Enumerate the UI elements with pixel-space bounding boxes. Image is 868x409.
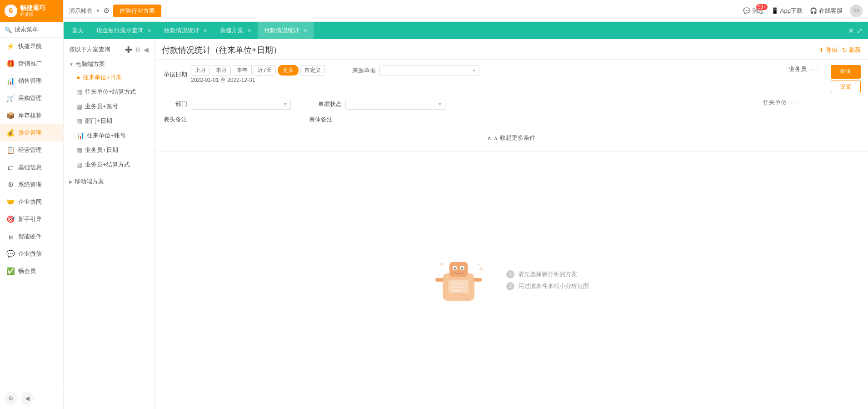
online-service-label: 在线客服	[819, 7, 843, 15]
user-avatar[interactable]: Rit	[850, 5, 863, 17]
voucher-status-select[interactable]: ▾	[345, 99, 445, 110]
tab-bank-flow[interactable]: 现金银行流水查询 ✕	[90, 22, 158, 39]
svg-point-12	[440, 263, 443, 266]
scheme-unit-account-icon: 📊	[76, 132, 84, 139]
sidebar-item-wechat[interactable]: 💬 企业微信	[0, 245, 63, 263]
mobile-scheme-group: ▶ 移动端方案	[64, 174, 154, 189]
scheme-staff-date[interactable]: ▦ 业务员+日期	[64, 143, 154, 157]
date-btn-7days[interactable]: 近7天	[254, 65, 276, 76]
sidebar-item-marketing[interactable]: 🎁 营销推广	[0, 55, 63, 72]
scheme-unit-date[interactable]: ● 往来单位+日期	[64, 70, 154, 85]
mobile-group-title[interactable]: ▶ 移动端方案	[64, 176, 154, 187]
sidebar-item-guide[interactable]: 🎯 新手引导	[0, 211, 63, 228]
tab-payment-stat[interactable]: 付款情况统计 ✕	[258, 22, 314, 39]
filter-settings-btn[interactable]: 设置	[831, 81, 861, 93]
date-btn-this-month[interactable]: 本月	[212, 65, 231, 76]
sidebar-item-purchase[interactable]: 🛒 采购管理	[0, 90, 63, 107]
query-actions: 查询 设置	[831, 65, 861, 93]
online-service[interactable]: 🎧 在线客服	[810, 7, 843, 15]
desktop-group-title[interactable]: ▼ 电脑端方案	[64, 58, 154, 70]
source-label: 来源单据	[350, 66, 376, 75]
notifications[interactable]: 💬 消息 99+	[743, 7, 764, 15]
tab-receipt-stat-close[interactable]: ✕	[203, 28, 207, 34]
panel-settings-btn[interactable]: ⚙	[135, 46, 141, 53]
sidebar-item-member[interactable]: ✅ 畅会员	[0, 263, 63, 280]
sidebar-item-operation[interactable]: 📋 经营管理	[0, 141, 63, 159]
scheme-dept-date[interactable]: ▦ 部门+日期	[64, 114, 154, 128]
counterpart-label: 往来单位	[761, 99, 787, 107]
sidebar-item-hardware[interactable]: 🖥 智能硬件	[0, 228, 63, 245]
enterprise-icon: 🤝	[6, 198, 15, 206]
search-menu[interactable]: 🔍 搜索菜单	[0, 22, 63, 38]
mobile-group-arrow: ▶	[69, 179, 73, 184]
date-field: 单据日期 上月 本月 本年 近7天 更多 自定义 2022-01-01 至 20…	[162, 65, 325, 84]
header-settings-icon[interactable]: ⚙	[103, 6, 110, 15]
date-range-text: 2022-01-01 至 2022-12-31	[191, 76, 325, 84]
tab-home[interactable]: 首页	[65, 22, 90, 39]
sidebar-item-inventory[interactable]: 📦 库存核算	[0, 107, 63, 124]
sidebar-collapse-btn[interactable]: ◀	[21, 392, 34, 404]
sidebar-item-label: 库存核算	[18, 111, 42, 120]
sidebar-item-fund[interactable]: 💰 资金管理	[0, 124, 63, 141]
sidebar-item-quick-nav[interactable]: ⚡ 快捷导航	[0, 38, 63, 55]
empty-illustration	[434, 255, 488, 305]
tab-close-all-btn[interactable]: ✕	[848, 26, 854, 35]
date-btn-this-year[interactable]: 本年	[233, 65, 252, 76]
trial-btn[interactable]: 体验行业方案	[113, 5, 161, 17]
tab-expand-btn[interactable]: ⤢	[857, 26, 863, 35]
query-btn[interactable]: 查询	[831, 65, 861, 79]
export-btn[interactable]: ⬆ 导出	[819, 46, 838, 54]
date-btn-more[interactable]: 更多	[278, 65, 299, 76]
scheme-unit-settlement[interactable]: ▦ 往来单位+结算方式	[64, 85, 154, 99]
scheme-staff-account-icon: ▦	[76, 103, 82, 110]
empty-hint-2: 2 用过滤条件来缩小分析范围	[506, 282, 589, 290]
sidebar-item-basic[interactable]: 🗂 基础信息	[0, 159, 63, 176]
tab-receipt-stat[interactable]: 收款情况统计 ✕	[158, 22, 214, 39]
mobile-group-label: 移动端方案	[75, 177, 104, 186]
source-select[interactable]: ▾	[379, 65, 479, 76]
sidebar-item-label: 智能硬件	[18, 232, 42, 241]
scheme-staff-date-icon: ▦	[76, 146, 82, 154]
operation-icon: 📋	[6, 146, 15, 154]
top-header: 演示账套 ▾ ⚙ 体验行业方案 💬 消息 99+ 📱 App下载 🎧 在线客服 …	[64, 0, 868, 22]
filter-area: 单据日期 上月 本月 本年 近7天 更多 自定义 2022-01-01 至 20…	[155, 60, 868, 151]
staff-field: 业务员 ···	[781, 65, 819, 73]
dept-select-arrow: ▾	[284, 101, 287, 107]
scheme-unit-settlement-label: 往来单位+结算方式	[85, 88, 136, 96]
table-body-note-input[interactable]	[336, 115, 427, 124]
scheme-staff-account[interactable]: ▦ 业务员+账号	[64, 99, 154, 114]
company-dropdown-arrow[interactable]: ▾	[96, 7, 100, 14]
table-head-note-input[interactable]	[191, 115, 282, 124]
svg-point-4	[454, 268, 456, 270]
filter-row-1: 单据日期 上月 本月 本年 近7天 更多 自定义 2022-01-01 至 20…	[162, 65, 861, 93]
collapse-btn[interactable]: ∧ ∧ 收起更多条件	[162, 130, 861, 146]
header-right: 💬 消息 99+ 📱 App下载 🎧 在线客服 Rit	[743, 5, 863, 17]
app-download[interactable]: 📱 App下载	[771, 7, 803, 15]
sidebar-item-enterprise[interactable]: 🤝 企业协同	[0, 193, 63, 211]
header-left: 演示账套 ▾ ⚙ 体验行业方案	[69, 5, 738, 17]
empty-hint-1: 1 请先选择要分析的方案	[506, 270, 589, 278]
dept-select[interactable]: ▾	[191, 99, 291, 110]
staff-dots[interactable]: ···	[810, 65, 819, 73]
date-btn-custom[interactable]: 自定义	[300, 65, 325, 76]
logo-icon: 6	[5, 5, 17, 17]
sidebar-item-sales[interactable]: 📊 销售管理	[0, 72, 63, 90]
date-btn-last-month[interactable]: 上月	[191, 65, 210, 76]
sales-icon: 📊	[6, 77, 15, 85]
source-select-arrow: ▾	[473, 67, 475, 74]
scheme-staff-settlement[interactable]: ▦ 业务员+结算方式	[64, 157, 154, 172]
tab-bank-flow-close[interactable]: ✕	[147, 28, 151, 34]
scheme-unit-account[interactable]: 📊 往来单位+账号	[64, 128, 154, 143]
sidebar-settings-btn[interactable]: ⚙	[5, 392, 17, 404]
panel-add-btn[interactable]: ➕	[125, 46, 132, 53]
panel-collapse-btn[interactable]: ◀	[144, 46, 149, 53]
tab-new-scheme[interactable]: 新建方案 ✕	[214, 22, 258, 39]
counterpart-dots[interactable]: ···	[790, 99, 799, 107]
sidebar-item-system[interactable]: ⚙ 系统管理	[0, 176, 63, 193]
date-label: 单据日期	[162, 71, 187, 79]
tab-payment-stat-close[interactable]: ✕	[303, 28, 307, 34]
hardware-icon: 🖥	[6, 233, 15, 241]
tab-new-scheme-close[interactable]: ✕	[247, 28, 251, 34]
hint-num-1: 1	[506, 270, 514, 278]
refresh-btn[interactable]: ↻ 刷新	[842, 46, 861, 54]
